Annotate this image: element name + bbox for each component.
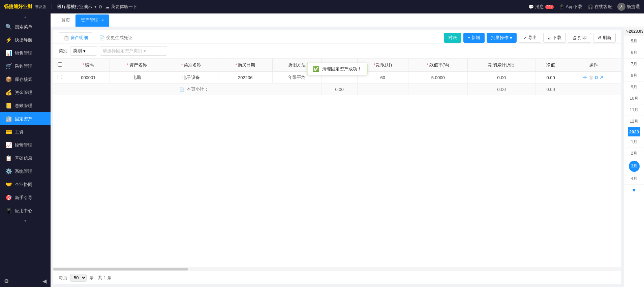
more-icon[interactable]: ↗	[600, 75, 604, 81]
scrollbar-thumb[interactable]	[53, 268, 188, 270]
sidebar-item-purchase[interactable]: 🛒 采购管理	[0, 60, 51, 73]
sidebar-item-enterprise[interactable]: 🤝 企业协同	[0, 178, 51, 191]
sidebar-item-capital[interactable]: 💰 资金管理	[0, 86, 51, 99]
company-selector[interactable]: 医疗器械行业演示 ▾ ⚙	[57, 4, 102, 10]
sidebar-item-label: 资金管理	[15, 90, 32, 96]
category-filter-type[interactable]: 类别 ▾	[70, 46, 97, 56]
sidebar-item-system[interactable]: ⚙️ 系统管理	[0, 165, 51, 178]
sidebar-item-basic-info[interactable]: 📋 基础信息	[0, 152, 51, 165]
calendar-month-2[interactable]: 2月	[624, 148, 644, 159]
calendar-month-9[interactable]: 9月	[624, 82, 644, 93]
tab-asset-mgmt[interactable]: 资产管理 ×	[75, 14, 109, 27]
per-page-select[interactable]: 50	[70, 274, 87, 282]
header-net-value: 净值	[535, 59, 566, 72]
headset-icon: 🎧	[588, 4, 593, 9]
sidebar-item-salary[interactable]: 💳 工资	[0, 125, 51, 138]
sub-tab-asset-detail[interactable]: 📋 资产明细	[59, 32, 93, 43]
experience-button[interactable]: ☁ 我要体验一下	[105, 4, 137, 10]
sidebar-item-label: 企业协同	[15, 182, 32, 188]
sidebar-scroll-up[interactable]: ▲	[0, 13, 51, 20]
settings-icon[interactable]: ⚙	[98, 4, 102, 9]
close-tab-icon[interactable]: ×	[102, 18, 104, 22]
export-label: 导出	[528, 35, 537, 41]
message-label: 消息	[535, 4, 544, 10]
expand-icon[interactable]: ⤡	[625, 29, 629, 34]
row-residual-rate: 5.0000	[408, 72, 468, 84]
select-all-checkbox[interactable]	[58, 62, 62, 67]
sidebar-settings-icon[interactable]: ⚙	[4, 278, 9, 284]
refresh-button[interactable]: ↺ 刷新	[593, 33, 616, 43]
subtotal-label-cell: 📄 本页小计：	[67, 84, 321, 95]
calendar-month-10[interactable]: 10月	[624, 93, 644, 104]
total-count-label: 条，共 1 条	[89, 275, 112, 281]
subtotal-period-empty	[357, 84, 408, 95]
calendar-month-4[interactable]: 4月	[624, 173, 644, 185]
sidebar-item-label: 应用中心	[15, 208, 32, 214]
new-button[interactable]: + 新增	[463, 33, 485, 43]
category-select-arrow: ▾	[144, 49, 146, 54]
toolbar: 对账 + 新增 批量操作 ▾ ↗ 导出	[444, 33, 616, 43]
sidebar-item-label: 固定资产	[15, 116, 32, 122]
refresh-label: 刷新	[603, 35, 611, 41]
reconcile-button[interactable]: 对账	[444, 33, 461, 43]
calendar-month-3[interactable]: 3月	[629, 161, 640, 172]
edit-icon[interactable]: ✏	[583, 75, 587, 81]
category-filter-label: 类别	[59, 48, 67, 54]
calendar-month-6[interactable]: 6月	[624, 47, 644, 59]
bottom-scrollbar[interactable]	[53, 267, 621, 271]
calendar-down-arrow[interactable]: ▼	[624, 185, 644, 196]
company-name: 医疗器械行业演示	[57, 4, 92, 10]
tab-home[interactable]: 首页	[56, 14, 75, 27]
header-residual-rate: *残值率(%)	[408, 59, 468, 72]
main-panel: 📋 资产明细 📄 变更生成凭证 对账 + 新增	[53, 30, 621, 284]
sidebar-collapse-icon[interactable]: ◀	[42, 278, 47, 284]
sidebar-item-label: 工资	[15, 129, 24, 135]
calendar-month-12[interactable]: 12月	[624, 116, 644, 127]
row-checkbox[interactable]	[58, 75, 62, 79]
sidebar-item-inventory[interactable]: 📦 库存核算	[0, 73, 51, 86]
calendar-year-label: 2023	[629, 129, 639, 134]
calendar-header: ⤡ 2023.03 ✕	[624, 27, 644, 36]
company-dropdown-icon[interactable]: ▾	[94, 4, 96, 9]
export-button[interactable]: ↗ 导出	[519, 33, 541, 43]
download-button[interactable]: ↙ 下载	[543, 33, 566, 43]
app-download-button[interactable]: 📱 App下载	[559, 4, 582, 10]
calendar-month-7[interactable]: 7月	[624, 59, 644, 70]
calendar-month-8[interactable]: 8月	[624, 70, 644, 82]
calendar-month-5[interactable]: 5月	[624, 36, 644, 47]
sidebar-item-label: 快捷导航	[15, 37, 32, 43]
delete-icon[interactable]: 🗑	[589, 75, 593, 81]
message-button[interactable]: 💬 消息 99+	[528, 4, 554, 10]
sidebar-item-operations[interactable]: 📈 经营管理	[0, 138, 51, 152]
tab-home-label: 首页	[61, 18, 70, 23]
copy-icon[interactable]: ⧉	[595, 75, 598, 81]
header-operations: 操作	[566, 59, 621, 72]
sub-tab-change-voucher-label: 变更生成凭证	[106, 35, 132, 41]
calendar-month-1[interactable]: 1月	[624, 136, 644, 148]
sidebar-item-quick-nav[interactable]: ⚡ 快捷导航	[0, 33, 51, 46]
sidebar-item-app-center[interactable]: 📱 应用中心	[0, 204, 51, 217]
success-toast-message: 清理固定资产成功！	[322, 66, 362, 72]
sidebar-item-label: 经营管理	[15, 142, 32, 148]
row-category: 电子设备	[164, 72, 218, 84]
sidebar-scroll-down[interactable]: ▼	[0, 217, 51, 224]
batch-ops-button[interactable]: 批量操作 ▾	[487, 33, 517, 43]
sidebar-item-search-menu[interactable]: 🔍 搜索菜单	[0, 20, 51, 33]
sub-tabs: 📋 资产明细 📄 变更生成凭证 对账 + 新增	[53, 30, 621, 43]
money-icon: 💰	[5, 89, 12, 96]
sub-tab-change-voucher[interactable]: 📄 变更生成凭证	[94, 32, 137, 43]
sidebar-item-fixed-assets[interactable]: 🏢 固定资产	[0, 112, 51, 125]
download-icon: ↙	[548, 35, 551, 40]
category-filter-select[interactable]: 请选择固定资产类别 ▾	[100, 46, 167, 56]
sidebar-item-guide[interactable]: 🎯 新手引导	[0, 191, 51, 204]
sidebar-item-sales[interactable]: 📊 销售管理	[0, 46, 51, 60]
sidebar-item-ledger[interactable]: 📒 总账管理	[0, 99, 51, 112]
per-page-label: 每页	[59, 275, 67, 281]
online-service-button[interactable]: 🎧 在线客服	[588, 4, 612, 10]
print-button[interactable]: 🖨 打印	[568, 33, 591, 43]
app-edition: 普及版	[35, 4, 46, 9]
user-avatar[interactable]: 人 畅捷通	[617, 3, 640, 11]
row-initial-depreciation: 0.00	[468, 72, 535, 84]
calendar-month-11[interactable]: 11月	[624, 104, 644, 116]
reconcile-label: 对账	[448, 35, 457, 41]
